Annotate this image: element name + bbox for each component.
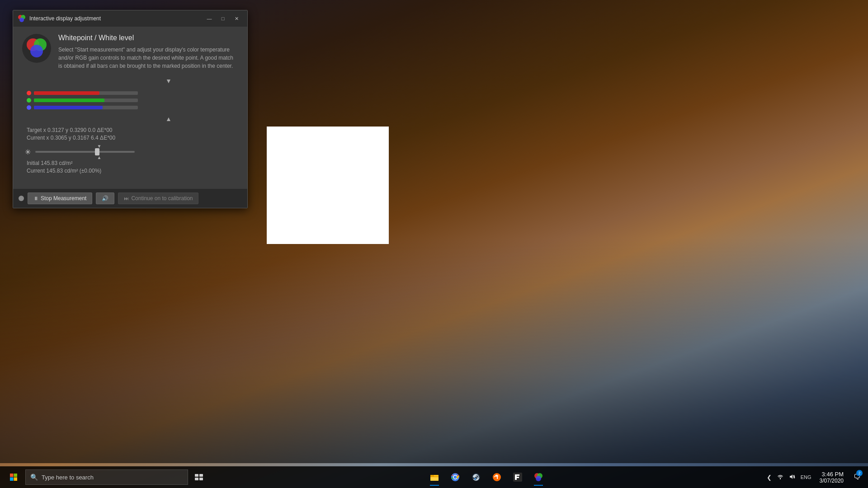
start-button[interactable]: [4, 467, 24, 487]
slider-arrow-bottom: ▲: [97, 155, 101, 160]
taskbar-file-explorer[interactable]: [425, 467, 444, 487]
file-explorer-icon: [430, 473, 439, 481]
section-title: Whitepoint / White level: [58, 34, 238, 42]
pause-icon: ⏸: [33, 196, 38, 201]
maximize-button[interactable]: □: [217, 14, 229, 23]
initial-luminance: Initial 145.83 cd/m²: [27, 160, 238, 166]
svg-rect-7: [14, 474, 18, 477]
svg-rect-6: [10, 474, 14, 477]
green-bar-row: [27, 98, 238, 103]
speaker-icon: [789, 474, 795, 480]
window-title: Interactive display adjustment: [29, 15, 101, 22]
app-logo: [22, 34, 51, 63]
displaycal-taskbar-icon: [533, 472, 543, 482]
overwolf-icon: [492, 473, 501, 482]
current-value: x 0.3065 y 0.3167 6.4 ΔE*00: [46, 135, 115, 141]
wifi-icon: [777, 474, 783, 480]
taskbar-overwolf[interactable]: [487, 467, 507, 487]
taskbar-center: [425, 467, 548, 487]
title-bar: Interactive display adjustment — □ ✕: [13, 10, 247, 27]
chrome-icon: [451, 473, 460, 482]
taskbar-epic[interactable]: [508, 467, 528, 487]
current-stat: Current x 0.3065 y 0.3167 6.4 ΔE*00: [27, 135, 238, 141]
system-tray: ❮ ENG: [765, 472, 813, 483]
close-button[interactable]: ✕: [230, 14, 243, 23]
stats-section: Target x 0.3127 y 0.3290 0.0 ΔE*00 Curre…: [22, 127, 238, 141]
notification-badge: 2: [856, 470, 863, 476]
calibration-square: [267, 127, 389, 244]
volume-button[interactable]: 🔊: [96, 192, 114, 204]
search-bar[interactable]: 🔍 Type here to search: [25, 469, 188, 485]
target-value: x 0.3127 y 0.3290 0.0 ΔE*00: [43, 127, 113, 133]
taskbar-left: 🔍 Type here to search: [4, 467, 208, 487]
green-bar-fill: [34, 99, 104, 102]
svg-rect-10: [195, 474, 198, 477]
window-controls: — □ ✕: [203, 14, 243, 23]
red-bar-row: [27, 91, 238, 95]
app-window: Interactive display adjustment — □ ✕ Whi…: [13, 10, 248, 208]
luminance-stats: Initial 145.83 cd/m² Current 145.83 cd/m…: [22, 160, 238, 174]
bottom-bar: ⏸ Stop Measurement 🔊 ⏭ Continue on to ca…: [13, 189, 247, 208]
search-placeholder-text: Type here to search: [42, 474, 94, 481]
description: Select "Start measurement" and adjust yo…: [58, 46, 238, 70]
green-bar-track: [34, 99, 138, 102]
blue-dot: [27, 105, 31, 110]
current-label: Current: [27, 135, 46, 141]
svg-rect-16: [430, 475, 434, 477]
network-icon[interactable]: [775, 472, 785, 483]
task-view-button[interactable]: [190, 467, 208, 487]
current-luminance: Current 145.83 cd/m² (±0.00%): [27, 168, 238, 174]
taskbar-displaycal[interactable]: [528, 467, 548, 487]
window-content: Whitepoint / White level Select "Start m…: [13, 27, 247, 184]
clock-time: 3:46 PM: [820, 471, 844, 478]
title-left: Interactive display adjustment: [18, 14, 101, 23]
svg-point-21: [474, 478, 476, 480]
svg-rect-8: [10, 478, 14, 481]
target-label: Target: [27, 127, 43, 133]
red-bar-track: [34, 91, 138, 95]
forward-icon: ⏭: [124, 196, 129, 201]
svg-point-2: [19, 18, 24, 22]
blue-bar-fill: [34, 106, 103, 109]
blue-bar-row: [27, 105, 238, 110]
tray-expand-button[interactable]: ❮: [765, 472, 774, 483]
language-indicator[interactable]: ENG: [799, 473, 813, 482]
continue-button[interactable]: ⏭ Continue on to calibration: [118, 192, 198, 204]
taskbar: 🔍 Type here to search: [0, 466, 868, 488]
continue-label: Continue on to calibration: [131, 195, 193, 202]
svg-point-19: [453, 476, 457, 479]
target-arrow-bottom: ▲: [99, 115, 238, 122]
blue-bar-track: [34, 106, 138, 109]
notification-button[interactable]: 🗨 2: [850, 467, 864, 487]
volume-tray-icon[interactable]: [787, 472, 797, 483]
red-dot: [27, 91, 31, 95]
minimize-button[interactable]: —: [203, 14, 216, 23]
svg-point-27: [536, 476, 541, 481]
svg-rect-9: [14, 478, 18, 481]
brightness-section: ✳ ▼ ▲: [22, 147, 238, 156]
windows-logo-icon: [9, 473, 18, 481]
app-icon: [18, 14, 26, 23]
clock-date: 3/07/2020: [820, 478, 844, 484]
svg-rect-11: [199, 474, 203, 477]
header-text: Whitepoint / White level Select "Start m…: [58, 34, 238, 70]
taskbar-chrome[interactable]: [445, 467, 465, 487]
bars-section: [22, 91, 238, 110]
brightness-slider-track[interactable]: [35, 151, 135, 153]
steam-icon: [472, 473, 481, 482]
brightness-slider-thumb[interactable]: [95, 148, 99, 155]
taskbar-right: ❮ ENG 3:46: [765, 467, 864, 487]
stop-label: Stop Measurement: [41, 195, 86, 202]
taskbar-steam[interactable]: [466, 467, 486, 487]
task-view-icon: [195, 474, 203, 480]
clock-area[interactable]: 3:46 PM 3/07/2020: [816, 469, 847, 486]
header-row: Whitepoint / White level Select "Start m…: [22, 34, 238, 70]
target-arrow-top: ▼: [99, 77, 238, 84]
epic-games-icon: [513, 473, 522, 482]
stop-measurement-button[interactable]: ⏸ Stop Measurement: [28, 192, 92, 204]
brightness-slider-container: ▼ ▲: [35, 147, 135, 156]
svg-point-5: [30, 45, 43, 57]
volume-icon: 🔊: [102, 195, 108, 202]
brightness-icon: ✳: [25, 148, 31, 156]
green-dot: [27, 98, 31, 103]
